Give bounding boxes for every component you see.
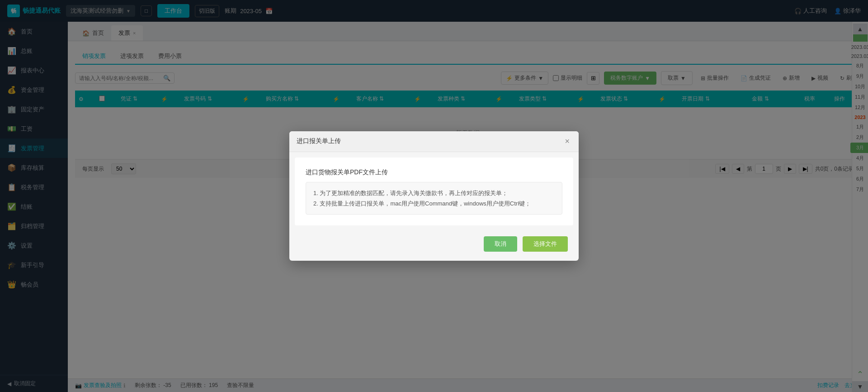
upload-title: 进口货物报关单PDF文件上传 (306, 168, 562, 177)
modal-cancel-btn[interactable]: 取消 (484, 236, 517, 252)
import-customs-dialog: 进口报关单上传 × 进口货物报关单PDF文件上传 1. 为了更加精准的数据匹配，… (289, 131, 579, 261)
modal-select-file-btn[interactable]: 选择文件 (523, 236, 568, 252)
modal-close-btn[interactable]: × (563, 137, 571, 146)
modal-header: 进口报关单上传 × (289, 131, 579, 152)
upload-tip-2: 2. 支持批量上传进口报关单，mac用户使用Command键，windows用户… (313, 198, 555, 209)
modal-body: 进口货物报关单PDF文件上传 1. 为了更加精准的数据匹配，请先录入海关缴款书，… (295, 158, 573, 226)
modal-overlay: 进口报关单上传 × 进口货物报关单PDF文件上传 1. 为了更加精准的数据匹配，… (0, 0, 868, 392)
upload-tip-1: 1. 为了更加精准的数据匹配，请先录入海关缴款书，再上传对应的报关单； (313, 188, 555, 198)
upload-tips: 1. 为了更加精准的数据匹配，请先录入海关缴款书，再上传对应的报关单； 2. 支… (306, 182, 562, 215)
modal-footer: 取消 选择文件 (289, 231, 579, 261)
modal-title: 进口报关单上传 (297, 137, 341, 145)
